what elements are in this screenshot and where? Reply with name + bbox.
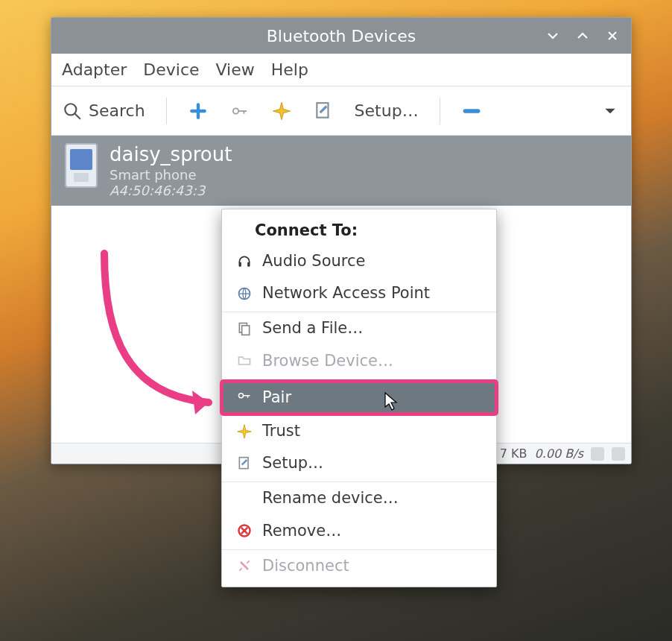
ctx-audio-source[interactable]: Audio Source (222, 245, 496, 277)
network-icon (235, 285, 253, 303)
svg-point-2 (232, 108, 238, 113)
status-size: 7 KB (500, 446, 527, 461)
window-minimize-button[interactable] (545, 28, 561, 44)
blank-icon (235, 490, 253, 508)
toolbar-setup-label: Setup… (355, 101, 419, 120)
menu-adapter[interactable]: Adapter (62, 60, 127, 79)
ctx-pair-label: Pair (262, 388, 291, 407)
svg-rect-8 (247, 262, 250, 266)
device-mac: A4:50:46:43:3 (110, 183, 232, 198)
ctx-rename[interactable]: Rename device… (222, 482, 496, 514)
doctool-icon[interactable] (313, 101, 334, 121)
minus-icon[interactable] (461, 101, 482, 121)
ctx-network-access-point[interactable]: Network Access Point (222, 277, 496, 312)
svg-rect-7 (239, 262, 241, 266)
star-icon[interactable] (271, 101, 292, 121)
folder-icon (235, 352, 253, 370)
menu-device[interactable]: Device (143, 60, 199, 79)
device-type: Smart phone (110, 167, 232, 183)
ctx-setup-label: Setup… (262, 454, 323, 473)
ctx-rename-label: Rename device… (262, 489, 399, 508)
ctx-pair[interactable]: Pair (222, 382, 496, 414)
ctx-send-file-label: Send a File… (262, 319, 363, 338)
ctx-remove[interactable]: Remove… (222, 515, 496, 550)
ctx-setup[interactable]: Setup… (222, 447, 496, 482)
remove-icon (235, 522, 253, 540)
menu-help[interactable]: Help (271, 60, 308, 79)
svg-point-12 (239, 394, 244, 398)
titlebar: Bluetooth Devices (51, 18, 631, 54)
ctx-disconnect: Disconnect (222, 550, 496, 582)
ctx-trust-label: Trust (262, 422, 300, 441)
ctx-browse-device: Browse Device… (222, 345, 496, 380)
key-icon (235, 388, 253, 406)
tray-icon-1 (591, 447, 604, 461)
toolbar-divider-2 (440, 98, 440, 124)
dropdown-icon[interactable] (600, 101, 621, 121)
device-row[interactable]: daisy_sprout Smart phone A4:50:46:43:3 (51, 136, 631, 206)
toolbar-setup-button[interactable]: Setup… (355, 101, 419, 120)
phone-icon (65, 143, 98, 188)
headphones-icon (235, 253, 253, 271)
window-controls (545, 18, 625, 54)
search-icon (62, 101, 83, 121)
file-send-icon (235, 320, 253, 338)
window-title: Bluetooth Devices (267, 27, 416, 45)
doctool-icon (235, 455, 253, 473)
ctx-send-file[interactable]: Send a File… (222, 312, 496, 344)
tray-icon-2 (612, 447, 625, 461)
menubar: Adapter Device View Help (51, 54, 631, 86)
star-icon (235, 423, 253, 441)
plus-icon[interactable] (188, 101, 209, 121)
window-maximize-button[interactable] (574, 28, 591, 44)
ctx-trust[interactable]: Trust (222, 415, 496, 447)
device-name: daisy_sprout (110, 143, 232, 165)
ctx-network-label: Network Access Point (262, 284, 430, 303)
device-context-menu: Connect To: Audio Source Network Access … (221, 209, 497, 587)
svg-line-1 (75, 113, 80, 119)
ctx-disconnect-label: Disconnect (262, 557, 349, 575)
svg-rect-11 (242, 326, 250, 335)
toolbar-search-label: Search (89, 101, 145, 120)
disconnect-icon (235, 557, 253, 575)
ctx-audio-label: Audio Source (262, 252, 366, 271)
ctx-remove-label: Remove… (262, 522, 341, 540)
ctx-browse-label: Browse Device… (262, 352, 393, 370)
key-icon[interactable] (229, 101, 250, 121)
device-info: daisy_sprout Smart phone A4:50:46:43:3 (110, 143, 232, 198)
context-header: Connect To: (222, 214, 496, 245)
window-close-button[interactable] (604, 28, 621, 44)
toolbar-divider (166, 98, 167, 124)
toolbar-search-button[interactable]: Search (62, 101, 145, 121)
menu-view[interactable]: View (216, 60, 255, 79)
svg-point-0 (65, 104, 76, 115)
toolbar: Search Setup… (51, 86, 631, 136)
status-rate: 0.00 B/s (535, 446, 583, 461)
